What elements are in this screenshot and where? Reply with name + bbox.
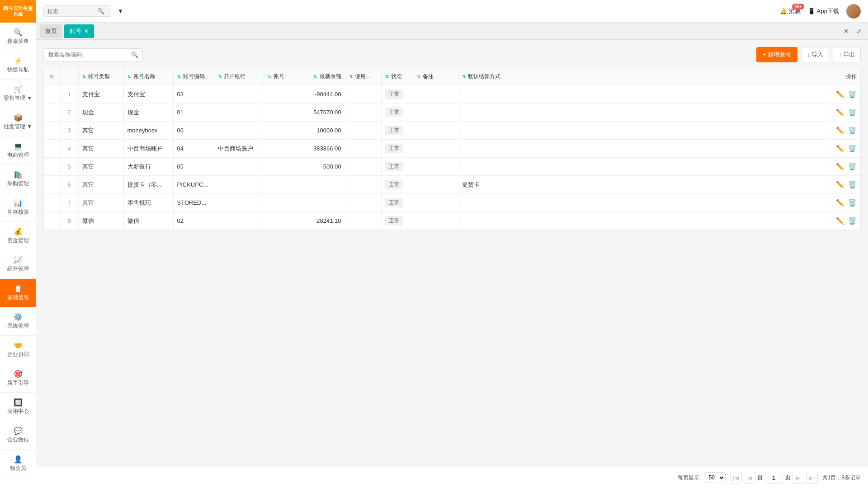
header-right: 🔔 消息 99+ 📱 App下载 <box>780 4 861 19</box>
delete-icon[interactable]: 🗑️ <box>848 217 857 225</box>
edit-icon[interactable]: ✏️ <box>836 108 844 117</box>
col-settlement-header[interactable]: ⇅ 默认结算方式 <box>458 68 829 85</box>
col-balance-header[interactable]: ⇅ 最新余额 <box>300 68 345 85</box>
inventory-icon: 📊 <box>2 199 34 207</box>
header-dropdown[interactable]: ▼ <box>116 8 123 14</box>
app-download-button[interactable]: 📱 App下载 <box>808 7 839 15</box>
edit-icon[interactable]: ✏️ <box>836 199 844 207</box>
sidebar-item-retail-mgmt[interactable]: 🛒 零售管理 ▼ <box>0 80 36 108</box>
row-usage <box>345 176 381 194</box>
sidebar-item-purchase-mgmt[interactable]: 🛍️ 采购管理 <box>0 165 36 193</box>
sort-icon: ⇅ <box>417 74 420 79</box>
header-search-input[interactable] <box>47 8 97 14</box>
sidebar-item-inventory[interactable]: 📊 库存核算 <box>0 193 36 222</box>
account-search-button[interactable]: 🔍 <box>127 49 142 61</box>
row-bank <box>214 85 264 103</box>
sidebar-item-wholesale-mgmt[interactable]: 📦 批发管理 ▼ <box>0 108 36 136</box>
sidebar-item-system-mgmt[interactable]: ⚙️ 系统管理 <box>0 307 36 336</box>
sidebar-item-ecommerce-mgmt[interactable]: 💻 电商管理 <box>0 136 36 165</box>
first-page-button[interactable]: |◀ <box>730 472 742 483</box>
message-button[interactable]: 🔔 消息 99+ <box>780 7 801 15</box>
tab-close-icon[interactable]: ✕ <box>84 28 89 34</box>
row-settlement <box>458 122 829 140</box>
row-balance <box>300 176 345 194</box>
sidebar-item-label: 快捷导航 <box>7 66 29 73</box>
row-settlement <box>458 85 829 103</box>
sidebar-item-label: 库存核算 <box>7 209 29 215</box>
next-page-button[interactable]: ▶ <box>793 472 804 483</box>
delete-icon[interactable]: 🗑️ <box>848 145 857 153</box>
delete-icon[interactable]: 🗑️ <box>848 127 857 135</box>
tab-account[interactable]: 账号 ✕ <box>64 24 94 38</box>
arrow-icon: ▼ <box>27 123 32 130</box>
row-num: 8 <box>60 212 78 230</box>
row-usage <box>345 122 381 140</box>
row-name: 提货卡（零... <box>123 176 173 194</box>
tab-home[interactable]: 首页 <box>40 24 62 38</box>
sidebar-item-finance-mgmt[interactable]: 💰 资金管理 <box>0 222 36 250</box>
row-num: 2 <box>60 103 78 122</box>
tab-close-all-button[interactable]: ✕ <box>841 26 852 37</box>
table-row: 2 现金 现金 01 547670.00 正常 ✏️ 🗑️ <box>44 103 860 122</box>
row-bank <box>214 212 264 230</box>
sidebar-item-basic-info[interactable]: 📋 基础信息 <box>0 279 36 307</box>
row-type: 其它 <box>78 194 123 212</box>
tab-maximize-button[interactable]: ⤢ <box>854 26 864 37</box>
delete-icon[interactable]: 🗑️ <box>848 163 857 171</box>
per-page-select[interactable]: 50 <box>704 472 726 483</box>
sidebar-item-quick-nav[interactable]: ⚡ 快捷导航 <box>0 51 36 80</box>
row-balance: -90444.00 <box>300 85 345 103</box>
col-type-header[interactable]: ⇅ 账号类型 <box>78 68 123 85</box>
edit-icon[interactable]: ✏️ <box>836 127 844 135</box>
edit-icon[interactable]: ✏️ <box>836 217 844 225</box>
last-page-button[interactable]: ▶| <box>806 472 818 483</box>
edit-icon[interactable]: ✏️ <box>836 145 844 153</box>
col-remark-header[interactable]: ⇅ 备注 <box>413 68 458 85</box>
col-settings-header[interactable]: ⚙ <box>44 68 60 85</box>
export-button[interactable]: ↑ 导出 <box>833 47 861 62</box>
delete-icon[interactable]: 🗑️ <box>848 199 857 207</box>
sidebar-item-enterprise-wechat[interactable]: 💬 企业微信 <box>0 421 36 450</box>
row-settlement <box>458 194 829 212</box>
user-avatar[interactable] <box>846 4 861 19</box>
edit-icon[interactable]: ✏️ <box>836 90 844 99</box>
delete-icon[interactable]: 🗑️ <box>848 90 857 99</box>
edit-icon[interactable]: ✏️ <box>836 163 844 171</box>
sidebar-item-member[interactable]: 👤 畅会员 <box>0 450 36 478</box>
col-status-header[interactable]: ⇅ 状态 <box>381 68 413 85</box>
col-account-header[interactable]: ⇅ 账号 <box>264 68 300 85</box>
account-search-input[interactable] <box>44 49 127 61</box>
edit-icon[interactable]: ✏️ <box>836 181 844 189</box>
sidebar-item-label: 资金管理 <box>7 237 29 244</box>
delete-icon[interactable]: 🗑️ <box>848 181 857 189</box>
sidebar-item-enterprise-agreement[interactable]: 🤝 企业协同 <box>0 336 36 364</box>
prev-page-button[interactable]: ◀ <box>744 472 755 483</box>
sidebar-item-search-menu[interactable]: 🔍 搜索菜单 <box>0 23 36 51</box>
sidebar-item-operations-mgmt[interactable]: 📈 经营管理 <box>0 250 36 279</box>
row-status: 正常 <box>381 103 413 122</box>
logo-text: 精斗云对生意乐版 <box>3 5 33 17</box>
row-account <box>264 140 300 158</box>
row-usage <box>345 85 381 103</box>
header-search-box[interactable]: 🔍 <box>43 5 111 17</box>
row-num: 3 <box>60 122 78 140</box>
sidebar-item-new-guide[interactable]: 🎯 新手引导 <box>0 364 36 393</box>
import-button[interactable]: ↓ 导入 <box>801 47 829 62</box>
sidebar-item-label: 企业微信 <box>7 436 29 443</box>
page-number-input[interactable] <box>765 472 783 483</box>
search-filter-box[interactable]: 🔍 <box>43 48 143 61</box>
delete-icon[interactable]: 🗑️ <box>848 108 857 117</box>
table-body: 1 支付宝 支付宝 03 -90444.00 正常 ✏️ 🗑️ 2 现金 现金 … <box>44 85 860 230</box>
row-type: 其它 <box>78 140 123 158</box>
add-account-button[interactable]: + 新增账号 <box>756 47 797 62</box>
row-name: 中百商场账户 <box>123 140 173 158</box>
row-remark <box>413 103 458 122</box>
col-bank-header[interactable]: ⇅ 开户银行 <box>214 68 264 85</box>
col-code-header[interactable]: ⇅ 账号编码 <box>173 68 214 85</box>
col-name-header[interactable]: ⇅ 账号名称 <box>123 68 173 85</box>
row-action: ✏️ 🗑️ <box>829 176 860 194</box>
row-settings <box>44 122 60 140</box>
row-remark <box>413 85 458 103</box>
sidebar-item-app-center[interactable]: 🔲 应用中心 <box>0 393 36 421</box>
col-usage-header[interactable]: ⇅ 使用... <box>345 68 381 85</box>
